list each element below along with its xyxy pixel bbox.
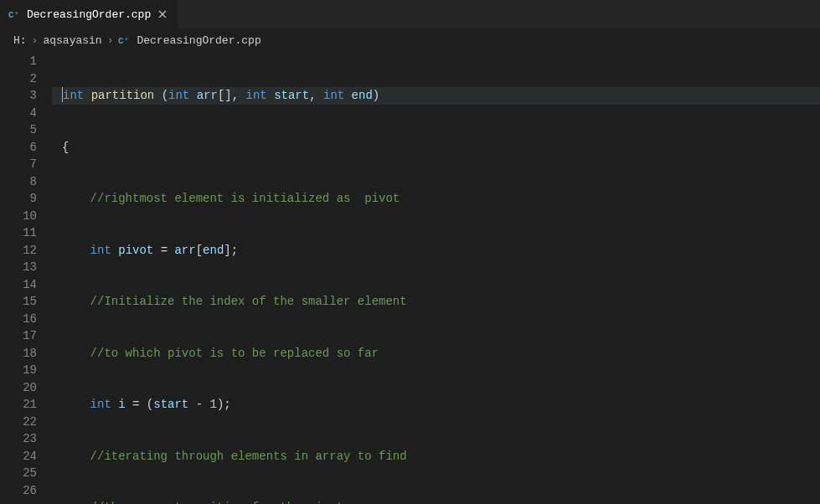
line-number: 17 bbox=[0, 327, 37, 345]
line-number: 21 bbox=[0, 396, 37, 414]
line-number: 18 bbox=[0, 345, 37, 363]
line-number: 3 bbox=[0, 87, 37, 105]
line-number: 11 bbox=[0, 224, 37, 242]
line-number: 9 bbox=[0, 190, 37, 208]
code-line[interactable]: //Initialize the index of the smaller el… bbox=[52, 293, 820, 311]
code-line[interactable]: int partition (int arr[], int start, int… bbox=[52, 87, 820, 105]
line-number: 23 bbox=[0, 430, 37, 448]
line-number: 10 bbox=[0, 208, 37, 225]
chevron-right-icon: › bbox=[107, 34, 114, 47]
code-line[interactable]: //to which pivot is to be replaced so fa… bbox=[52, 345, 820, 363]
code-line[interactable]: //rightmost element is initialized as pi… bbox=[52, 190, 820, 208]
breadcrumb[interactable]: H: › aqsayasin › C⁺ DecreasingOrder.cpp bbox=[0, 29, 820, 51]
line-number: 12 bbox=[0, 242, 37, 260]
tab-bar: C⁺ DecreasingOrder.cpp bbox=[0, 0, 820, 29]
line-number: 25 bbox=[0, 465, 37, 482]
chevron-right-icon: › bbox=[32, 34, 39, 47]
line-number: 6 bbox=[0, 139, 37, 157]
line-number: 15 bbox=[0, 293, 37, 311]
line-number: 2 bbox=[0, 70, 37, 88]
code-area[interactable]: int partition (int arr[], int start, int… bbox=[52, 51, 820, 504]
line-number: 13 bbox=[0, 259, 37, 276]
svg-text:C⁺: C⁺ bbox=[118, 36, 129, 46]
tab-label: DecreasingOrder.cpp bbox=[27, 8, 151, 21]
code-line[interactable]: //the correct position for the pivot bbox=[52, 499, 820, 504]
code-line[interactable]: int i = (start - 1); bbox=[52, 396, 820, 414]
code-editor[interactable]: 1 2 3 4 5 6 7 8 9 10 11 12 13 14 15 16 1… bbox=[0, 51, 820, 504]
line-number: 1 bbox=[0, 53, 37, 70]
code-line[interactable]: int pivot = arr[end]; bbox=[52, 242, 820, 260]
tab-decreasingorder[interactable]: C⁺ DecreasingOrder.cpp bbox=[0, 0, 178, 29]
code-line[interactable]: { bbox=[52, 139, 820, 157]
line-number: 4 bbox=[0, 105, 37, 122]
svg-text:C⁺: C⁺ bbox=[8, 10, 19, 20]
line-number: 8 bbox=[0, 173, 37, 191]
line-number: 26 bbox=[0, 482, 37, 500]
line-number-gutter: 1 2 3 4 5 6 7 8 9 10 11 12 13 14 15 16 1… bbox=[0, 51, 52, 504]
cpp-file-icon: C⁺ bbox=[118, 33, 132, 47]
line-number: 24 bbox=[0, 448, 37, 465]
line-number: 19 bbox=[0, 362, 37, 379]
line-number: 7 bbox=[0, 156, 37, 173]
line-number: 20 bbox=[0, 379, 37, 397]
cpp-file-icon: C⁺ bbox=[8, 8, 22, 21]
breadcrumb-drive[interactable]: H: bbox=[13, 34, 27, 47]
code-line[interactable]: //iterating through elements in array to… bbox=[52, 448, 820, 465]
line-number: 5 bbox=[0, 121, 37, 139]
close-icon[interactable] bbox=[156, 8, 169, 21]
breadcrumb-folder[interactable]: aqsayasin bbox=[43, 34, 101, 47]
line-number: 14 bbox=[0, 276, 37, 294]
line-number: 16 bbox=[0, 311, 37, 328]
breadcrumb-file[interactable]: DecreasingOrder.cpp bbox=[137, 34, 260, 47]
line-number: 22 bbox=[0, 414, 37, 431]
